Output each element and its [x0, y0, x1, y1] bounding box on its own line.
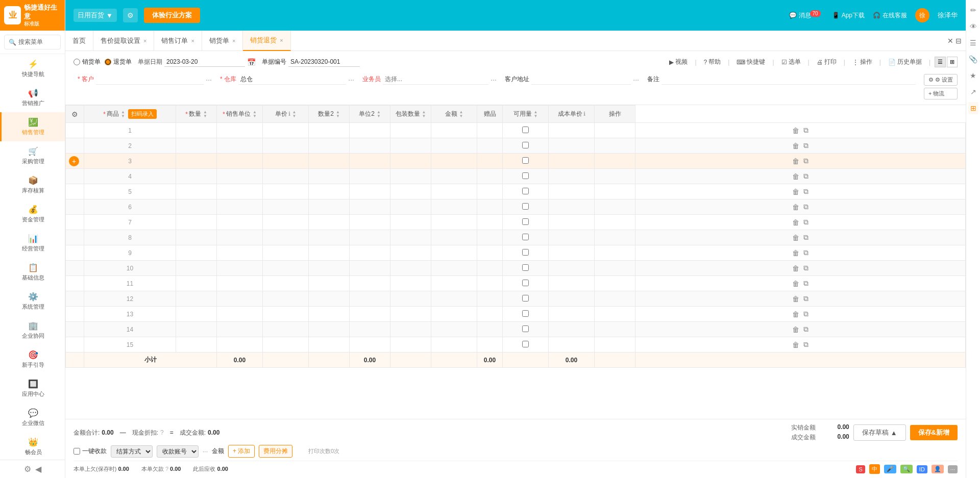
sidebar-item-purchase[interactable]: 🛒 采购管理 [0, 141, 65, 170]
gift-checkbox[interactable] [522, 157, 529, 164]
radio-sale[interactable] [74, 59, 80, 65]
copy-row-button[interactable]: ⧉ [802, 217, 810, 228]
cash-discount-help-icon[interactable]: ? [160, 429, 164, 436]
copy-row-button[interactable]: ⧉ [802, 278, 810, 289]
column-settings-button[interactable]: ⚙ [71, 110, 78, 118]
tab-close-all-button[interactable]: ✕ [947, 37, 953, 45]
gift-checkbox[interactable] [522, 218, 529, 225]
gift-checkbox[interactable] [522, 249, 529, 256]
delete-row-button[interactable]: 🗑 [791, 324, 800, 335]
experience-button[interactable]: 体验行业方案 [144, 8, 200, 23]
add-logistics-button[interactable]: + 物流 [924, 88, 958, 99]
sidebar-item-inventory[interactable]: 📦 库存核算 [0, 170, 65, 199]
sidebar-collapse-button[interactable]: ◀ [35, 464, 41, 474]
delete-row-button[interactable]: 🗑 [791, 202, 800, 212]
gift-checkbox[interactable] [522, 325, 529, 332]
account-select[interactable]: 收款账号 [157, 445, 199, 458]
sidebar-item-guide[interactable]: 🎯 新手引导 [0, 345, 65, 374]
product-input[interactable] [179, 158, 213, 165]
delete-row-button[interactable]: 🗑 [791, 248, 800, 258]
copy-row-button[interactable]: ⧉ [802, 309, 810, 319]
status-icon-person[interactable]: 👤 [932, 465, 944, 473]
tab-close-sales-return[interactable]: × [280, 37, 283, 43]
header-gear-button[interactable]: ⚙ [123, 8, 138, 22]
delete-row-button[interactable]: 🗑 [791, 263, 800, 273]
sort-down-product[interactable]: ▼ [121, 114, 125, 118]
delete-row-button[interactable]: 🗑 [791, 156, 800, 166]
view-table-btn[interactable]: ☰ [935, 57, 946, 67]
right-panel-eye-btn[interactable]: 👁 [968, 20, 979, 33]
copy-row-button[interactable]: ⧉ [802, 324, 810, 335]
question-icon[interactable]: ? [165, 466, 168, 472]
delete-row-button[interactable]: 🗑 [791, 233, 800, 243]
tab-sales-order[interactable]: 销售订单 × [154, 31, 202, 51]
copy-row-button[interactable]: ⧉ [802, 140, 810, 151]
salesperson-input[interactable] [383, 74, 488, 85]
status-icon-dots[interactable]: ··· [948, 465, 958, 473]
sidebar-item-apps[interactable]: 🔲 应用中心 [0, 374, 65, 403]
status-icon-id[interactable]: ID [917, 465, 927, 473]
tab-home[interactable]: 首页 [65, 31, 93, 51]
sidebar-item-wechat[interactable]: 💬 企业微信 [0, 403, 65, 432]
right-panel-attachment-btn[interactable]: 📎 [967, 53, 979, 65]
status-icon-zh[interactable]: 中 [869, 464, 880, 474]
gift-checkbox[interactable] [522, 142, 529, 148]
right-panel-qr-btn[interactable]: ⊞ [968, 102, 978, 114]
one-click-collect-label[interactable]: 一键收款 [74, 447, 107, 456]
sidebar-item-sales[interactable]: 💹 销售管理 [0, 112, 65, 141]
status-icon-s[interactable]: S [856, 465, 865, 473]
split-help-button[interactable]: ? [297, 448, 300, 455]
gift-checkbox[interactable] [522, 264, 529, 271]
copy-row-button[interactable]: ⧉ [802, 293, 810, 304]
gift-checkbox[interactable] [522, 310, 529, 317]
delete-row-button[interactable]: 🗑 [791, 217, 800, 228]
gift-checkbox[interactable] [522, 295, 529, 301]
app-download-button[interactable]: 📱 App下载 [832, 11, 865, 20]
status-icon-search[interactable]: 🔍 [900, 465, 913, 473]
select-order-btn[interactable]: ☑ 选单 [778, 56, 804, 68]
operate-btn[interactable]: ⋮ 操作 [849, 56, 875, 68]
scan-input-button[interactable]: 扫码录入 [128, 109, 157, 119]
sidebar-item-quick-nav[interactable]: ⚡ 快捷导航 [0, 54, 65, 83]
one-click-collect-checkbox[interactable] [74, 448, 80, 455]
save-draft-button[interactable]: 保存草稿 ▲ [853, 424, 906, 441]
address-input[interactable] [531, 74, 631, 85]
copy-row-button[interactable]: ⧉ [802, 247, 810, 258]
date-picker-button[interactable]: 📅 [247, 58, 256, 66]
view-grid-btn[interactable]: ⊞ [947, 57, 958, 67]
tab-close-sales-delivery[interactable]: × [232, 38, 235, 44]
warehouse-select-icon[interactable]: ··· [348, 76, 354, 84]
cost-price-info-icon[interactable]: ℹ [583, 111, 585, 117]
sidebar-item-finance[interactable]: 💰 资金管理 [0, 199, 65, 229]
tab-menu-button[interactable]: ⊟ [955, 37, 962, 45]
sidebar-item-marketing[interactable]: 📢 营销推广 [0, 83, 65, 112]
sidebar-item-enterprise[interactable]: 🏢 企业协同 [0, 316, 65, 345]
add-row-button[interactable]: + [69, 156, 79, 166]
form-settings-button[interactable]: ⚙ ⚙ 设置 [924, 74, 958, 86]
gift-checkbox[interactable] [522, 188, 529, 194]
customer-select-icon[interactable]: ··· [206, 76, 212, 84]
gift-checkbox[interactable] [522, 127, 529, 133]
online-service-button[interactable]: 🎧 在线客服 [873, 11, 907, 20]
tab-close-price-setting[interactable]: × [143, 38, 146, 44]
tab-price-setting[interactable]: 售价提取设置 × [93, 31, 154, 51]
add-payment-button[interactable]: + 添加 [228, 445, 255, 458]
doc-number-input[interactable] [288, 57, 360, 67]
warehouse-input[interactable] [238, 74, 346, 85]
gift-checkbox[interactable] [522, 203, 529, 210]
message-button[interactable]: 💬 消息 70 [789, 11, 824, 20]
date-input[interactable] [164, 57, 245, 67]
search-menu-button[interactable]: 🔍 搜索菜单 [4, 35, 61, 49]
account-more-icon[interactable]: ··· [203, 448, 208, 455]
split-cost-button[interactable]: 费用分摊 [259, 445, 292, 458]
address-select-icon[interactable]: ··· [633, 76, 639, 84]
delete-row-button[interactable]: 🗑 [791, 187, 800, 197]
sidebar-item-basics[interactable]: 📋 基础信息 [0, 258, 65, 287]
sidebar-item-system[interactable]: ⚙️ 系统管理 [0, 287, 65, 316]
tab-sales-delivery[interactable]: 销货单 × [202, 31, 243, 51]
sidebar-settings-button[interactable]: ⚙ [24, 464, 31, 474]
right-panel-list-btn[interactable]: ☰ [968, 37, 978, 49]
radio-return[interactable] [105, 59, 111, 65]
salesperson-select-icon[interactable]: ··· [491, 76, 497, 84]
copy-row-button[interactable]: ⧉ [802, 339, 810, 350]
